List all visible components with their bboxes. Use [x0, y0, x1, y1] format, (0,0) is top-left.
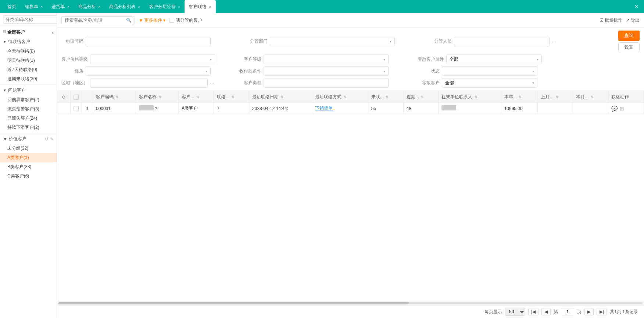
settings-button[interactable]: 设置	[618, 42, 640, 52]
col-last-date-header[interactable]: 最后联络日期 ⇅	[249, 91, 312, 103]
sidebar-item-7days[interactable]: 近7天待联络(0)	[0, 65, 57, 74]
row-last-method[interactable]: 下销货单	[315, 106, 333, 111]
my-customers-filter[interactable]: 我分管的客户	[169, 17, 202, 24]
nav-customer-contact-close[interactable]: ×	[209, 4, 211, 9]
nav-analysis-list[interactable]: 商品分析列表 ×	[105, 0, 144, 13]
more-conditions-btn[interactable]: ▼ 更多条件 ▾	[139, 17, 165, 24]
col-this-year-header[interactable]: 本年... ⇅	[501, 91, 538, 103]
sidebar-problem-section[interactable]: ▼ 问题客户	[0, 85, 57, 95]
sidebar-item-b-class[interactable]: B类客户(33)	[0, 162, 57, 172]
customer-type-input[interactable]	[264, 78, 389, 88]
col-overdue-header[interactable]: 逾期... ⇅	[403, 91, 439, 103]
manager-select[interactable]	[454, 37, 550, 46]
nav-sales-close[interactable]: ×	[40, 4, 43, 9]
horizontal-scrollbar[interactable]	[57, 301, 644, 305]
region-dots-btn[interactable]: ···	[210, 80, 214, 86]
sidebar-item-repurchase-abnormal[interactable]: 回购异常客户(2)	[0, 95, 57, 105]
query-button[interactable]: 查询	[618, 31, 640, 41]
sidebar-item-a-class[interactable]: A类客户(1)	[0, 153, 57, 162]
row-name-cell[interactable]: ?	[136, 103, 179, 114]
sidebar-pending-section[interactable]: ▼ 待联络客户	[0, 37, 57, 47]
col-contact-sort-icon[interactable]: ⇅	[232, 95, 235, 99]
sidebar-item-overdue[interactable]: 逾期未联络(30)	[0, 74, 57, 84]
header-checkbox[interactable]	[74, 95, 79, 100]
sidebar-item-churned[interactable]: 已流失客户(24)	[0, 114, 57, 123]
nav-sales[interactable]: 销售单 ×	[21, 0, 47, 13]
sidebar-item-tomorrow[interactable]: 明天待联络(1)	[0, 56, 57, 65]
nav-customer-layer-close[interactable]: ×	[178, 4, 180, 9]
scroll-thumb[interactable]	[58, 302, 409, 304]
col-type-header[interactable]: 客户... ⇅	[179, 91, 214, 103]
refresh-icon[interactable]: ↺	[45, 137, 49, 142]
search-input[interactable]	[65, 18, 126, 23]
col-this-year-sort-icon[interactable]: ⇅	[519, 95, 522, 99]
retail-attr-select[interactable]: 全部 ▾	[446, 54, 542, 64]
retail-customer-select[interactable]: 全部 ▾	[442, 78, 537, 88]
col-last-method-sort-icon[interactable]: ⇅	[344, 95, 347, 99]
nature-select[interactable]: ▾	[86, 66, 211, 76]
customer-level-select[interactable]: ▾	[264, 54, 389, 64]
export-btn[interactable]: ↗ 导出	[626, 17, 640, 24]
chat-action-icon[interactable]: 💬	[611, 106, 618, 112]
col-type-sort-icon[interactable]: ⇅	[196, 95, 199, 99]
col-unit-contact-sort-icon[interactable]: ⇅	[475, 95, 477, 99]
last-page-btn[interactable]: ▶|	[597, 308, 607, 315]
table-gear-icon[interactable]: ⚙	[62, 95, 66, 100]
search-magnifier-icon[interactable]: 🔍	[126, 18, 132, 23]
col-name-header[interactable]: 客户名称 ⇅	[136, 91, 179, 103]
nav-analysis[interactable]: 商品分析 ×	[74, 0, 105, 13]
col-code-sort-icon[interactable]: ⇅	[115, 95, 118, 99]
nav-purchase[interactable]: 进货单 ×	[47, 0, 74, 13]
sidebar-item-ungrouped[interactable]: 未分组(32)	[0, 144, 57, 153]
col-this-month-sort-icon[interactable]: ⇅	[591, 95, 594, 99]
col-code-header[interactable]: 客户编码 ⇅	[93, 91, 136, 103]
row-code-cell[interactable]: 000031	[93, 103, 136, 114]
col-contact-header[interactable]: 联络... ⇅	[214, 91, 249, 103]
payment-select[interactable]: ▾	[264, 66, 389, 76]
col-name-sort-icon[interactable]: ⇅	[158, 95, 161, 99]
sidebar-item-today[interactable]: 今天待联络(0)	[0, 47, 57, 56]
sidebar-item-c-class[interactable]: C类客户(6)	[0, 172, 57, 181]
phone-input[interactable]	[86, 37, 211, 46]
row-checkbox-cell[interactable]	[71, 103, 82, 114]
first-page-btn[interactable]: |◀	[528, 308, 539, 315]
row-action-cell[interactable]: 💬 ⊞	[608, 103, 644, 114]
next-page-btn[interactable]: ▶	[584, 308, 594, 315]
region-select[interactable]	[90, 78, 208, 88]
my-customers-checkbox[interactable]	[169, 18, 174, 23]
barcode-action-icon[interactable]: ⊞	[620, 106, 624, 112]
nav-close-all[interactable]: ×	[632, 3, 641, 10]
sidebar-item-declining[interactable]: 持续下滑客户(2)	[0, 123, 57, 132]
batch-ops-btn[interactable]: ☑ 批量操作	[600, 17, 622, 24]
edit-icon[interactable]: ✎	[50, 137, 54, 142]
sidebar-item-churn-warning[interactable]: 流失预警客户(3)	[0, 105, 57, 114]
per-page-select[interactable]: 50 100 200	[505, 308, 525, 316]
col-checkbox-header[interactable]	[71, 91, 82, 103]
dept-select[interactable]: ▾	[270, 37, 395, 46]
nav-customer-layer[interactable]: 客户分层经营 ×	[145, 0, 185, 13]
nav-purchase-close[interactable]: ×	[67, 4, 69, 9]
nav-home[interactable]: 首页	[3, 0, 21, 13]
col-no-contact-sort-icon[interactable]: ⇅	[386, 95, 389, 99]
row-checkbox[interactable]	[74, 106, 79, 111]
col-last-month-header[interactable]: 上月... ⇅	[538, 91, 573, 103]
all-customers-label[interactable]: 全部客户	[7, 29, 25, 35]
nav-analysis-list-close[interactable]: ×	[138, 4, 140, 9]
scroll-track[interactable]	[58, 302, 643, 304]
col-unit-contact-header[interactable]: 往来单位联系人 ⇅	[439, 91, 501, 103]
col-settings[interactable]: ⚙	[57, 91, 71, 103]
sidebar-collapse-btn[interactable]: ‹	[52, 29, 54, 35]
nav-customer-contact[interactable]: 客户联络 ×	[185, 0, 215, 13]
col-last-month-sort-icon[interactable]: ⇅	[555, 95, 558, 99]
search-field[interactable]: 🔍	[61, 16, 135, 24]
sidebar-value-section[interactable]: ▼ 价值客户 ↺ ✎	[0, 134, 57, 144]
sidebar-search-input[interactable]	[3, 15, 57, 24]
status-select[interactable]: ▾	[442, 66, 537, 76]
col-no-contact-header[interactable]: 未联... ⇅	[368, 91, 403, 103]
price-level-select[interactable]: ▾	[90, 54, 215, 64]
prev-page-btn[interactable]: ◀	[541, 308, 551, 315]
nav-analysis-close[interactable]: ×	[98, 4, 100, 9]
manager-dots-btn[interactable]: ···	[552, 39, 556, 45]
page-input[interactable]	[561, 308, 574, 315]
col-overdue-sort-icon[interactable]: ⇅	[421, 95, 424, 99]
